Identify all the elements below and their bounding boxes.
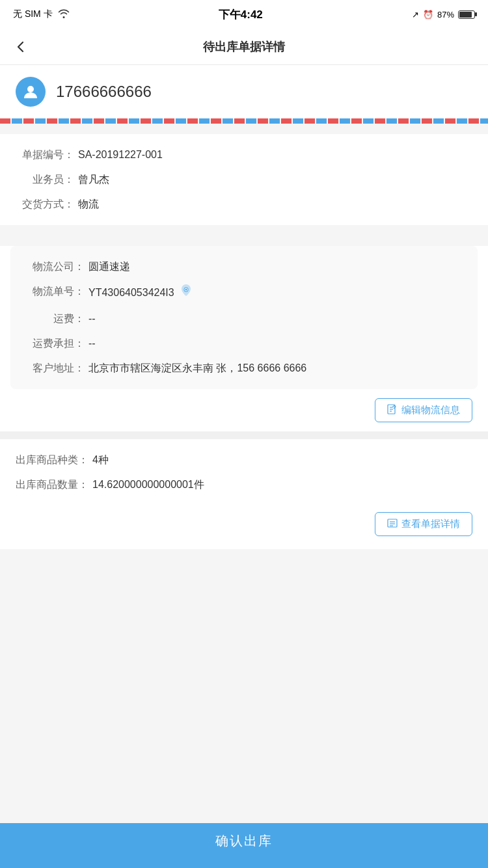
confirm-button[interactable]: 确认出库 [0,832,488,850]
logistics-tracking-label: 物流单号： [26,284,85,299]
edit-logistics-button[interactable]: 编辑物流信息 [375,398,472,422]
status-time: 下午4:42 [219,7,263,22]
logistics-company-value: 圆通速递 [88,259,462,275]
address-value: 北京市市辖区海淀区永丰南 张，156 6666 6666 [88,360,462,376]
carrier-label: 无 SIM 卡 [13,8,53,20]
product-section: 出库商品种类： 4种 出库商品数量： 14.620000000000001件 [0,439,488,506]
freight-label: 运费： [26,311,85,327]
freight-bearer-label: 运费承担： [26,336,85,351]
list-icon [387,518,398,530]
logistics-company-label: 物流公司： [26,259,85,275]
wifi-icon [58,9,70,20]
view-detail-label: 查看单据详情 [401,518,460,530]
order-no-row: 单据编号： SA-20191227-001 [16,147,472,163]
nav-bar: 待出库单据详情 [0,29,488,65]
svg-point-3 [185,289,187,291]
view-detail-button[interactable]: 查看单据详情 [375,512,472,536]
bottom-area: 确认出库 [0,823,488,868]
status-left: 无 SIM 卡 [13,8,70,20]
battery-icon [458,10,475,19]
address-label: 客户地址： [26,360,85,376]
dashed-divider [0,118,488,124]
tracking-location-icon[interactable] [180,284,193,302]
user-phone: 17666666666 [56,83,152,101]
bottom-placeholder [0,549,488,614]
order-no-value: SA-20191227-001 [78,147,472,163]
logistics-card: 物流公司： 圆通速递 物流单号： YT43064053424I3 运费： -- [10,246,478,389]
edit-logistics-label: 编辑物流信息 [401,404,460,416]
svg-point-0 [27,86,34,92]
delivery-row: 交货方式： 物流 [16,197,472,212]
status-bar: 无 SIM 卡 下午4:42 ↗ ⏰ 87% [0,0,488,29]
order-info-section: 单据编号： SA-20191227-001 业务员： 曾凡杰 交货方式： 物流 [0,134,488,225]
logistics-company-row: 物流公司： 圆通速递 [26,259,462,275]
salesman-label: 业务员： [16,172,74,187]
avatar [16,77,46,107]
freight-value: -- [88,311,462,327]
location-arrow-icon: ↗ [412,10,419,20]
section-separator [0,431,488,439]
product-types-row: 出库商品种类： 4种 [16,452,472,468]
edit-icon [387,404,398,416]
view-detail-area: 查看单据详情 [0,506,488,549]
product-types-value: 4种 [92,452,472,468]
address-row: 客户地址： 北京市市辖区海淀区永丰南 张，156 6666 6666 [26,360,462,376]
product-types-label: 出库商品种类： [16,452,88,468]
delivery-value: 物流 [78,197,472,212]
logistics-tracking-row: 物流单号： YT43064053424I3 [26,284,462,302]
delivery-label: 交货方式： [16,197,74,212]
page-title: 待出库单据详情 [203,39,285,55]
status-right: ↗ ⏰ 87% [412,10,475,20]
order-no-label: 单据编号： [16,147,74,163]
freight-bearer-value: -- [88,336,462,351]
alarm-icon: ⏰ [423,10,433,20]
product-quantity-row: 出库商品数量： 14.620000000000001件 [16,477,472,493]
salesman-value: 曾凡杰 [78,172,472,187]
freight-row: 运费： -- [26,311,462,327]
logistics-section: 物流公司： 圆通速递 物流单号： YT43064053424I3 运费： -- [0,236,488,431]
product-quantity-value: 14.620000000000001件 [92,477,472,493]
edit-logistics-area: 编辑物流信息 [0,389,488,431]
user-header: 17666666666 [0,65,488,118]
logistics-tracking-value: YT43064053424I3 [88,284,462,302]
product-quantity-label: 出库商品数量： [16,477,88,493]
freight-bearer-row: 运费承担： -- [26,336,462,351]
battery-percent: 87% [437,10,454,20]
salesman-row: 业务员： 曾凡杰 [16,172,472,187]
back-button[interactable] [13,39,29,55]
